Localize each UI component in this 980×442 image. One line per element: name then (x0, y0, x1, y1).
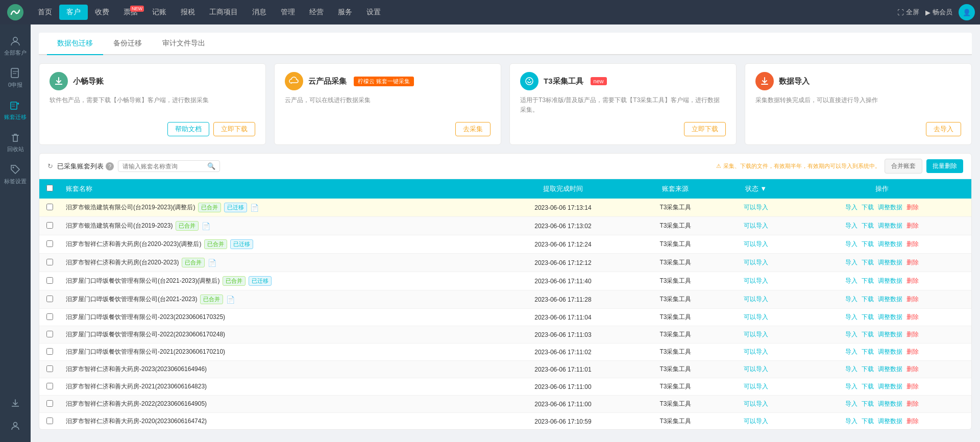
action-调整数据[interactable]: 调整数据 (878, 222, 902, 229)
action-删除[interactable]: 删除 (906, 418, 919, 425)
tab-backup-migration[interactable]: 备份迁移 (103, 33, 152, 55)
nav-customer[interactable]: 客户 (59, 5, 88, 20)
search-submit-icon[interactable]: 🔍 (207, 162, 215, 170)
xiaochang-help-btn[interactable]: 帮助文档 (167, 122, 209, 136)
sidebar-item-download[interactable] (9, 392, 21, 414)
help-icon[interactable]: ? (106, 162, 114, 170)
row-checkbox[interactable] (46, 418, 53, 424)
action-导入[interactable]: 导入 (845, 313, 857, 321)
action-调整数据[interactable]: 调整数据 (878, 365, 902, 373)
action-调整数据[interactable]: 调整数据 (878, 296, 902, 303)
action-导入[interactable]: 导入 (845, 259, 857, 266)
action-调整数据[interactable]: 调整数据 (878, 383, 902, 390)
action-导入[interactable]: 导入 (845, 240, 857, 248)
nav-message[interactable]: 消息 (245, 5, 274, 20)
action-下载[interactable]: 下载 (862, 313, 874, 321)
action-下载[interactable]: 下载 (862, 383, 874, 390)
nav-home[interactable]: 首页 (31, 5, 59, 20)
table-scroll-container[interactable]: 账套名称 提取完成时间 账套来源 状态 ▼ 操作 汨罗市银浩建筑有限公司(台20… (39, 179, 971, 429)
action-删除[interactable]: 删除 (906, 204, 919, 211)
row-checkbox[interactable] (46, 383, 53, 389)
action-导入[interactable]: 导入 (845, 331, 857, 338)
action-下载[interactable]: 下载 (862, 240, 874, 248)
nav-business[interactable]: 工商项目 (202, 5, 245, 20)
action-下载[interactable]: 下载 (862, 400, 874, 407)
fullscreen-button[interactable]: ⛶ 全屏 (897, 8, 919, 17)
nav-bookkeeping[interactable]: 记账 (145, 5, 174, 20)
action-删除[interactable]: 删除 (906, 365, 919, 373)
action-导入[interactable]: 导入 (845, 400, 857, 407)
nav-manage[interactable]: 管理 (274, 5, 302, 20)
action-调整数据[interactable]: 调整数据 (878, 313, 902, 321)
app-logo[interactable] (5, 2, 26, 22)
action-删除[interactable]: 删除 (906, 400, 919, 407)
action-下载[interactable]: 下载 (862, 418, 874, 425)
batch-delete-button[interactable]: 批量删除 (926, 159, 963, 173)
user-avatar[interactable]: 👤 (959, 4, 975, 20)
row-checkbox[interactable] (46, 313, 53, 320)
refresh-icon[interactable]: ↻ (47, 162, 53, 170)
action-删除[interactable]: 删除 (906, 240, 919, 248)
action-导入[interactable]: 导入 (845, 296, 857, 303)
action-导入[interactable]: 导入 (845, 222, 857, 229)
row-checkbox[interactable] (46, 259, 53, 265)
action-调整数据[interactable]: 调整数据 (878, 277, 902, 284)
action-导入[interactable]: 导入 (845, 277, 857, 284)
cloud-collect-btn[interactable]: 去采集 (455, 122, 491, 136)
row-checkbox[interactable] (46, 365, 53, 372)
nav-invoice[interactable]: 票据NEW (116, 5, 145, 20)
action-导入[interactable]: 导入 (845, 204, 857, 211)
t3-download-btn[interactable]: 立即下载 (684, 122, 726, 136)
action-调整数据[interactable]: 调整数据 (878, 259, 902, 266)
action-下载[interactable]: 下载 (862, 348, 874, 355)
xiaochang-download-btn[interactable]: 立即下载 (213, 122, 255, 136)
nav-settings[interactable]: 设置 (359, 5, 388, 20)
sidebar-item-zero-declaration[interactable]: 0申报 (0, 62, 31, 94)
action-调整数据[interactable]: 调整数据 (878, 240, 902, 248)
action-删除[interactable]: 删除 (906, 348, 919, 355)
action-调整数据[interactable]: 调整数据 (878, 331, 902, 338)
row-checkbox[interactable] (46, 277, 53, 284)
action-下载[interactable]: 下载 (862, 331, 874, 338)
sidebar-item-all-customers[interactable]: 全部客户 (0, 30, 31, 62)
select-all-checkbox[interactable] (46, 185, 53, 191)
action-删除[interactable]: 删除 (906, 259, 919, 266)
import-go-btn[interactable]: 去导入 (926, 122, 961, 136)
row-checkbox[interactable] (46, 222, 53, 229)
merge-account-button[interactable]: 合并账套 (885, 159, 922, 174)
row-checkbox[interactable] (46, 240, 53, 247)
action-删除[interactable]: 删除 (906, 383, 919, 390)
row-checkbox[interactable] (46, 331, 53, 337)
action-删除[interactable]: 删除 (906, 331, 919, 338)
action-删除[interactable]: 删除 (906, 277, 919, 284)
row-checkbox[interactable] (46, 296, 53, 302)
action-导入[interactable]: 导入 (845, 383, 857, 390)
action-下载[interactable]: 下载 (862, 296, 874, 303)
nav-fee[interactable]: 收费 (88, 5, 116, 20)
row-checkbox[interactable] (46, 400, 53, 407)
action-调整数据[interactable]: 调整数据 (878, 400, 902, 407)
action-调整数据[interactable]: 调整数据 (878, 204, 902, 211)
tab-data-migration[interactable]: 数据包迁移 (47, 33, 103, 55)
nav-service[interactable]: 服务 (331, 5, 359, 20)
action-删除[interactable]: 删除 (906, 222, 919, 229)
sidebar-item-recycle[interactable]: 回收站 (0, 126, 31, 158)
action-删除[interactable]: 删除 (906, 313, 919, 321)
tab-audit-export[interactable]: 审计文件导出 (152, 33, 215, 55)
action-调整数据[interactable]: 调整数据 (878, 418, 902, 425)
member-button[interactable]: ▶ 畅会员 (925, 8, 952, 17)
action-下载[interactable]: 下载 (862, 365, 874, 373)
action-导入[interactable]: 导入 (845, 365, 857, 373)
action-调整数据[interactable]: 调整数据 (878, 348, 902, 355)
row-checkbox[interactable] (46, 348, 53, 355)
search-input[interactable] (122, 163, 204, 170)
action-下载[interactable]: 下载 (862, 259, 874, 266)
nav-tax[interactable]: 报税 (174, 5, 202, 20)
action-下载[interactable]: 下载 (862, 204, 874, 211)
sidebar-item-profile[interactable] (9, 414, 21, 437)
action-导入[interactable]: 导入 (845, 348, 857, 355)
action-导入[interactable]: 导入 (845, 418, 857, 425)
sidebar-item-tag-settings[interactable]: 标签设置 (0, 158, 31, 190)
nav-operation[interactable]: 经营 (302, 5, 331, 20)
action-下载[interactable]: 下载 (862, 222, 874, 229)
